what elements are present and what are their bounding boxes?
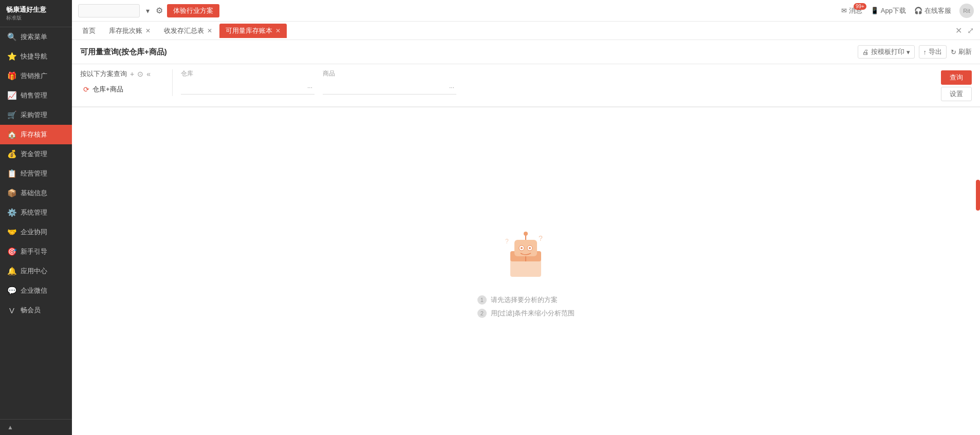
- tab-close-receive-summary[interactable]: ✕: [207, 27, 212, 34]
- sidebar-item-basic[interactable]: 📦基础信息: [0, 183, 72, 203]
- sidebar-logo: 畅康通好生意 标准版: [0, 0, 72, 27]
- tip-text-2: 用[过滤]条件来缩小分析范围: [491, 309, 575, 318]
- export-icon: ↑: [923, 48, 927, 56]
- tip-text-1: 请先选择要分析的方案: [491, 295, 558, 305]
- empty-state: ? ? 1 请先选择要分析的方案 2 用[过滤]条件来缩小分析范围: [477, 225, 575, 318]
- sidebar-icon-appCenter: 🔔: [7, 267, 16, 276]
- topbar-gear-icon[interactable]: ⚙: [156, 6, 163, 15]
- warehouse-input[interactable]: [183, 83, 307, 91]
- topbar-right: ✉ 消息 99+ 📱 App下载 🎧 在线客服 Rit: [841, 4, 974, 18]
- topbar-search-placeholder: [82, 7, 104, 14]
- sidebar: 畅康通好生意 标准版 🔍搜索菜单⭐快捷导航🎁营销推广📈销售管理🛒采购管理🏠库存核…: [0, 0, 72, 435]
- main-area: ▾ ⚙ 体验行业方案 ✉ 消息 99+ 📱 App下载 🎧 在线客服 Rit 首…: [72, 0, 980, 435]
- headset-icon: 🎧: [914, 7, 922, 14]
- filter-field-goods: 商品 ···: [323, 69, 456, 94]
- sidebar-label-inventory: 库存核算: [21, 130, 47, 139]
- sidebar-label-marketing: 营销推广: [21, 71, 47, 81]
- sidebar-item-vip[interactable]: V畅会员: [0, 300, 72, 320]
- sidebar-label-finance: 资金管理: [21, 149, 47, 159]
- tab-inventory-batch[interactable]: 库存批次账✕: [103, 24, 157, 38]
- svg-rect-3: [514, 240, 537, 256]
- scheme-header: 按以下方案查询 + ⊙ «: [80, 69, 166, 79]
- tabs-expand-btn[interactable]: ⤢: [965, 26, 976, 35]
- main-content: ? ? 1 请先选择要分析的方案 2 用[过滤]条件来缩小分析范围: [72, 108, 980, 435]
- trial-btn[interactable]: 体验行业方案: [167, 4, 219, 17]
- sidebar-item-system[interactable]: ⚙️系统管理: [0, 203, 72, 222]
- scheme-item-label: 仓库+商品: [93, 85, 123, 94]
- tab-home[interactable]: 首页: [76, 24, 102, 38]
- topbar-dropdown-icon[interactable]: ▾: [144, 6, 152, 16]
- sidebar-item-appCenter[interactable]: 🔔应用中心: [0, 261, 72, 281]
- scheme-settings-btn[interactable]: ⊙: [137, 70, 143, 78]
- tab-close-inventory-batch[interactable]: ✕: [145, 27, 151, 34]
- tip-num-1: 1: [477, 295, 487, 305]
- sidebar-label-basic: 基础信息: [21, 188, 47, 198]
- sidebar-item-enterprise[interactable]: 🤝企业协同: [0, 222, 72, 242]
- tabs-close-btn[interactable]: ✕: [953, 26, 964, 35]
- sidebar-item-marketing[interactable]: 🎁营销推广: [0, 66, 72, 86]
- sidebar-icon-enterprise: 🤝: [7, 228, 16, 237]
- user-name: Rit: [959, 4, 974, 18]
- tab-available-inventory[interactable]: 可用量库存账本✕: [219, 24, 287, 38]
- sidebar-item-shortcut[interactable]: ⭐快捷导航: [0, 47, 72, 66]
- warehouse-label: 仓库: [181, 69, 315, 78]
- scheme-add-btn[interactable]: +: [130, 70, 134, 78]
- goods-label: 商品: [323, 69, 456, 78]
- sidebar-icon-vip: V: [7, 306, 16, 315]
- tab-bar: 首页库存批次账✕收发存汇总表✕可用量库存账本✕ ✕ ⤢: [72, 22, 980, 40]
- message-link[interactable]: ✉ 消息 99+: [841, 6, 862, 15]
- sidebar-icon-finance: 💰: [7, 149, 16, 159]
- scheme-collapse-btn[interactable]: «: [146, 70, 151, 78]
- message-icon: ✉: [841, 7, 847, 14]
- sidebar-label-system: 系统管理: [21, 208, 47, 217]
- tab-close-available-inventory[interactable]: ✕: [275, 27, 281, 34]
- user-avatar[interactable]: Rit: [959, 4, 974, 18]
- goods-input-wrap: ···: [323, 80, 456, 94]
- sidebar-icon-purchase: 🛒: [7, 110, 16, 120]
- svg-text:?: ?: [505, 238, 509, 245]
- sidebar-item-sales[interactable]: 📈销售管理: [0, 86, 72, 105]
- empty-tip-1: 1 请先选择要分析的方案: [477, 295, 575, 305]
- query-btn[interactable]: 查询: [941, 70, 972, 85]
- scheme-refresh-icon: ⟳: [83, 85, 89, 93]
- sidebar-item-purchase[interactable]: 🛒采购管理: [0, 105, 72, 125]
- warehouse-more-btn[interactable]: ···: [307, 84, 312, 91]
- topbar: ▾ ⚙ 体验行业方案 ✉ 消息 99+ 📱 App下载 🎧 在线客服 Rit: [72, 0, 980, 22]
- filter-settings-btn[interactable]: 设置: [941, 87, 972, 101]
- sidebar-icon-shortcut: ⭐: [7, 52, 16, 61]
- sidebar-label-sales: 销售管理: [21, 91, 47, 100]
- sidebar-label-newbie: 新手引导: [21, 247, 47, 256]
- tip-num-2: 2: [477, 309, 487, 318]
- svg-point-9: [524, 232, 528, 236]
- sidebar-item-wechat[interactable]: 💬企业微信: [0, 281, 72, 300]
- sidebar-icon-marketing: 🎁: [7, 71, 16, 81]
- goods-more-btn[interactable]: ···: [449, 84, 454, 91]
- sidebar-item-search[interactable]: 🔍搜索菜单: [0, 27, 72, 47]
- svg-point-7: [529, 247, 531, 249]
- sidebar-item-inventory[interactable]: 🏠库存核算: [0, 125, 72, 144]
- export-btn[interactable]: ↑ 导出: [919, 45, 947, 59]
- sidebar-bottom[interactable]: ▲: [0, 419, 72, 435]
- svg-point-6: [521, 247, 523, 249]
- sidebar-icon-sales: 📈: [7, 91, 16, 100]
- sidebar-item-finance[interactable]: 💰资金管理: [0, 144, 72, 164]
- sidebar-label-vip: 畅会员: [21, 306, 41, 315]
- app-download-link[interactable]: 📱 App下载: [871, 6, 906, 15]
- print-btn[interactable]: 🖨 按模板打印 ▾: [858, 45, 915, 59]
- sidebar-item-operation[interactable]: 📋经营管理: [0, 164, 72, 183]
- goods-input[interactable]: [325, 83, 449, 91]
- sidebar-label-operation: 经营管理: [21, 169, 47, 178]
- tab-label-inventory-batch: 库存批次账: [109, 26, 142, 35]
- tab-label-available-inventory: 可用量库存账本: [226, 26, 272, 35]
- right-scrollbar[interactable]: [976, 180, 980, 211]
- topbar-search-wrap: [78, 4, 140, 17]
- tab-receive-summary[interactable]: 收发存汇总表✕: [158, 24, 218, 38]
- scheme-item-warehouse-goods[interactable]: ⟳ 仓库+商品: [80, 83, 166, 96]
- sidebar-label-appCenter: 应用中心: [21, 267, 47, 276]
- refresh-icon: ↻: [951, 48, 956, 56]
- logo-subtitle: 标准版: [6, 14, 66, 22]
- online-service-link[interactable]: 🎧 在线客服: [914, 6, 951, 15]
- refresh-btn[interactable]: ↻ 刷新: [951, 47, 972, 56]
- sidebar-label-enterprise: 企业协同: [21, 228, 47, 237]
- sidebar-item-newbie[interactable]: 🎯新手引导: [0, 242, 72, 261]
